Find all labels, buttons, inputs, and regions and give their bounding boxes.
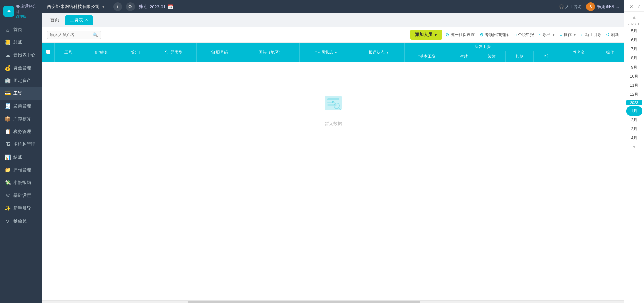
table-header-row1: 工号 ⇅ *姓名 *部门 *证照类型 *证照号码 国籍（地区） *人员状态 ▼ … (42, 43, 624, 51)
scrollbar-thumb[interactable] (188, 301, 420, 303)
tab-home[interactable]: 首页 (46, 15, 64, 25)
month-8[interactable]: 8月 (626, 54, 642, 63)
th-id-no: *证照号码 (196, 43, 242, 62)
refresh-action[interactable]: ↺ 刷新 (606, 32, 619, 38)
settings-icon[interactable]: ⚙ (126, 2, 135, 11)
select-all-checkbox[interactable] (42, 43, 54, 62)
sidebar-item-multi-org[interactable]: 🏗多机构管理 (0, 138, 42, 151)
sidebar-item-ledger[interactable]: 📒总账 (0, 36, 42, 49)
multi-org-icon: 🏗 (5, 142, 11, 147)
month-7[interactable]: 7月 (626, 45, 642, 54)
month-6[interactable]: 6月 (626, 36, 642, 45)
th-report-status[interactable]: 报送状态 ▼ (353, 43, 404, 62)
avatar: B (586, 2, 595, 11)
personal-tax-action[interactable]: □ 个税申报 (514, 32, 534, 38)
panel-close-button[interactable]: ✕ (628, 3, 635, 10)
th-dept: *部门 (120, 43, 151, 62)
sidebar-item-settings[interactable]: ⚙基础设置 (0, 189, 42, 202)
social-security-action[interactable]: ⚙ 统一社保设置 (445, 32, 475, 38)
tabs-bar: 首页 工资表 ✕ (42, 13, 624, 27)
month-3[interactable]: 3月 (626, 125, 642, 134)
tax-icon: 📋 (5, 129, 11, 135)
panel-expand-button[interactable]: ⤢ (636, 3, 642, 10)
toolbar: 🔍 添加人员 ▼ ⚙ 统一社保设置 ⚙ 专项附加扣除 □ 个税申报 (42, 27, 624, 43)
sidebar-label-ledger: 总账 (13, 39, 22, 45)
th-name[interactable]: ⇅ *姓名 (82, 43, 120, 62)
month-11[interactable]: 11月 (626, 81, 642, 90)
social-security-label: 统一社保设置 (451, 32, 475, 38)
sidebar-item-cloud-report[interactable]: ☁云报表中心 (0, 49, 42, 61)
th-allowance: 津贴 (450, 51, 478, 62)
company-name: 西安虾米网络科技有限公司 (47, 4, 100, 10)
special-deduction-action[interactable]: ⚙ 专项附加扣除 (480, 32, 509, 38)
add-company-button[interactable]: + (113, 2, 122, 11)
svg-rect-3 (327, 104, 337, 106)
sidebar-label-fund: 资金管理 (13, 65, 31, 71)
sidebar-label-invoice: 发票管理 (13, 103, 31, 109)
payroll-icon: 💳 (5, 90, 11, 96)
fixed-assets-icon: 🏢 (5, 78, 11, 84)
toolbar-actions: ⚙ 统一社保设置 ⚙ 专项附加扣除 □ 个税申报 ↑ 导出 ▼ ≡ (445, 32, 619, 38)
month-9[interactable]: 9月 (626, 63, 642, 72)
export-icon: ↑ (539, 32, 541, 37)
sidebar-item-payroll[interactable]: 💳工资 (0, 87, 42, 100)
th-operation: 操作 (596, 43, 624, 62)
month-12[interactable]: 12月 (626, 90, 642, 99)
month-1[interactable]: 1月 (626, 106, 642, 116)
calendar-icon[interactable]: 📅 (168, 4, 173, 9)
sidebar-label-multi-org: 多机构管理 (13, 141, 35, 147)
th-status[interactable]: *人员状态 ▼ (300, 43, 353, 62)
sidebar-label-close: 结账 (13, 154, 22, 160)
topbar-divider (109, 4, 109, 10)
sidebar-label-cloud-report: 云报表中心 (13, 52, 35, 58)
empty-state: 暂无数据 (42, 62, 624, 154)
member-icon: V (5, 218, 11, 224)
sidebar-item-expense[interactable]: 💸小畅报销 (0, 176, 42, 189)
headset-icon: 🎧 (559, 4, 564, 9)
sidebar-item-fixed-assets[interactable]: 🏢固定资产 (0, 74, 42, 87)
panel-close-row: ✕ ⤢ (624, 2, 644, 12)
sidebar-item-archive[interactable]: 📁归档管理 (0, 164, 42, 176)
tab-payroll[interactable]: 工资表 ✕ (65, 15, 93, 25)
month-10[interactable]: 10月 (626, 72, 642, 81)
company-selector[interactable]: 西安虾米网络科技有限公司 ▼ (47, 4, 105, 10)
sidebar-label-settings: 基础设置 (13, 192, 31, 199)
sidebar-label-member: 畅会员 (13, 218, 27, 224)
month-5[interactable]: 5月 (626, 27, 642, 36)
month-2[interactable]: 2月 (626, 116, 642, 125)
th-pension: 养老金 (561, 43, 596, 62)
panel-down-arrow[interactable]: ▼ (631, 143, 638, 151)
export-dropdown-icon: ▼ (552, 33, 555, 37)
sidebar-item-close[interactable]: 📊结账 (0, 151, 42, 164)
export-action[interactable]: ↑ 导出 ▼ (539, 32, 555, 38)
table-container: 工号 ⇅ *姓名 *部门 *证照类型 *证照号码 国籍（地区） *人员状态 ▼ … (42, 43, 624, 300)
sidebar-item-guide[interactable]: ✨新手引导 (0, 202, 42, 215)
personal-tax-label: 个税申报 (518, 32, 534, 38)
add-person-button[interactable]: 添加人员 ▼ (410, 30, 442, 40)
invoice-icon: 🧾 (5, 103, 11, 109)
month-4[interactable]: 4月 (626, 134, 642, 143)
service-button[interactable]: 🎧 人工咨询 (559, 4, 581, 10)
new-guide-action[interactable]: ○ 新手引导 (581, 32, 601, 38)
sidebar-item-home[interactable]: ⌂首页 (0, 23, 42, 36)
user-menu[interactable]: B 畅捷通B组... (586, 2, 619, 11)
period-display: 账期 2023-01 📅 (139, 4, 173, 10)
sidebar-label-archive: 归档管理 (13, 167, 31, 173)
sidebar-item-inventory[interactable]: 📦库存核算 (0, 113, 42, 125)
sidebar-item-invoice[interactable]: 🧾发票管理 (0, 100, 42, 113)
operation-action[interactable]: ≡ 操作 ▼ (560, 32, 577, 38)
svg-point-6 (332, 101, 334, 103)
fund-icon: 💰 (5, 65, 11, 71)
sidebar-label-tax: 税务管理 (13, 129, 31, 135)
search-input[interactable] (50, 32, 90, 37)
page-content: 🔍 添加人员 ▼ ⚙ 统一社保设置 ⚙ 专项附加扣除 □ 个税申报 (42, 27, 624, 303)
sidebar-item-member[interactable]: V畅会员 (0, 215, 42, 227)
add-person-label: 添加人员 (415, 32, 432, 38)
sidebar-item-tax[interactable]: 📋税务管理 (0, 125, 42, 138)
horizontal-scrollbar[interactable] (42, 300, 624, 303)
sidebar-item-fund[interactable]: 💰资金管理 (0, 61, 42, 74)
tab-payroll-label: 工资表 (70, 17, 83, 23)
sidebar-label-guide: 新手引导 (13, 205, 31, 211)
panel-up-arrow[interactable]: ▲ (631, 13, 638, 21)
tab-close-icon[interactable]: ✕ (85, 18, 88, 22)
